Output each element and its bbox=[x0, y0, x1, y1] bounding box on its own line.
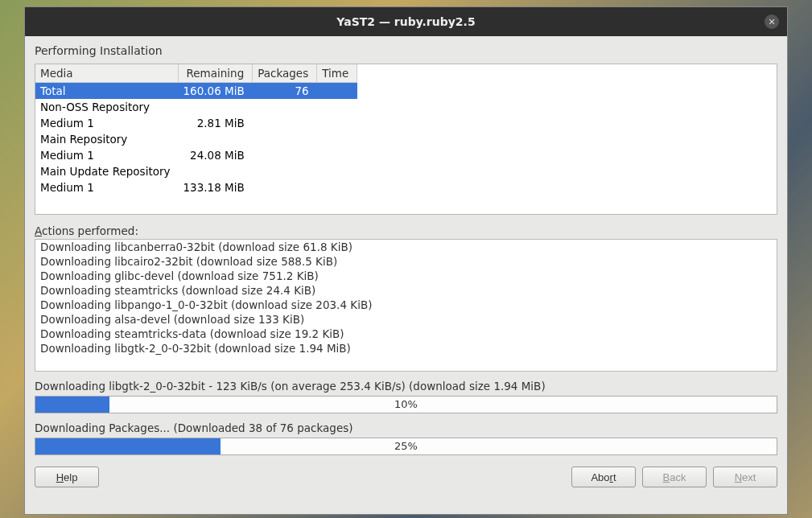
log-line: Downloading steamtricks (download size 2… bbox=[35, 283, 777, 298]
actions-log[interactable]: Downloading libcanberra0-32bit (download… bbox=[35, 239, 777, 372]
table-cell: Total bbox=[35, 83, 179, 100]
content-area: Performing Installation Media Remaining … bbox=[25, 36, 787, 514]
progress2-label: Downloading Packages... (Downloaded 38 o… bbox=[35, 421, 777, 434]
col-media[interactable]: Media bbox=[35, 64, 179, 83]
table-cell: Medium 1 bbox=[35, 115, 179, 131]
yast-window: YaST2 — ruby.ruby2.5 ✕ Performing Instal… bbox=[24, 6, 788, 515]
table-cell: Main Update Repository bbox=[35, 163, 179, 179]
abort-button[interactable]: Abort bbox=[571, 467, 636, 487]
table-row[interactable]: Medium 12.81 MiB bbox=[35, 115, 357, 131]
page-title: Performing Installation bbox=[35, 44, 777, 57]
table-row[interactable]: Medium 1133.18 MiB bbox=[35, 179, 357, 195]
table-cell: Main Repository bbox=[35, 131, 179, 147]
next-button: Next bbox=[713, 467, 777, 487]
log-line: Downloading libgtk-2_0-0-32bit (download… bbox=[35, 341, 777, 356]
progress2-text: 25% bbox=[35, 440, 777, 452]
table-row[interactable]: Main Repository bbox=[35, 131, 357, 147]
progress1-text: 10% bbox=[35, 398, 777, 410]
table-cell bbox=[253, 163, 317, 179]
table-cell bbox=[253, 99, 317, 115]
help-button[interactable]: Help bbox=[35, 467, 99, 487]
back-button: Back bbox=[642, 467, 707, 487]
progress1-bar: 10% bbox=[35, 396, 777, 413]
actions-label: Actions performed: bbox=[35, 224, 777, 237]
table-cell bbox=[317, 99, 357, 115]
table-cell bbox=[317, 163, 357, 179]
col-time[interactable]: Time bbox=[317, 64, 357, 83]
table-cell bbox=[317, 179, 357, 195]
table-cell: Medium 1 bbox=[35, 147, 179, 163]
table-cell bbox=[179, 131, 253, 147]
log-line: Downloading glibc-devel (download size 7… bbox=[35, 269, 777, 283]
log-line: Downloading libcanberra0-32bit (download… bbox=[35, 240, 777, 254]
titlebar: YaST2 — ruby.ruby2.5 ✕ bbox=[25, 7, 787, 36]
table-cell: 133.18 MiB bbox=[179, 179, 253, 195]
table-cell: Medium 1 bbox=[35, 179, 179, 195]
col-remaining[interactable]: Remaining bbox=[179, 64, 253, 83]
table-header-row: Media Remaining Packages Time bbox=[35, 64, 357, 83]
progress2-bar: 25% bbox=[35, 438, 777, 455]
table-cell: 2.81 MiB bbox=[179, 115, 253, 131]
table-cell: 76 bbox=[253, 83, 317, 100]
footer: Help Abort Back Next bbox=[35, 463, 777, 487]
log-line: Downloading libcairo2-32bit (download si… bbox=[35, 254, 777, 269]
window-title: YaST2 — ruby.ruby2.5 bbox=[336, 15, 475, 28]
table-cell bbox=[253, 179, 317, 195]
table-cell: Non-OSS Repository bbox=[35, 99, 179, 115]
table-row[interactable]: Medium 124.08 MiB bbox=[35, 147, 357, 163]
table-cell bbox=[253, 147, 317, 163]
table-row[interactable]: Total160.06 MiB76 bbox=[35, 83, 357, 100]
progress1-label: Downloading libgtk-2_0-0-32bit - 123 KiB… bbox=[35, 380, 777, 393]
table-cell: 160.06 MiB bbox=[179, 83, 253, 100]
close-icon[interactable]: ✕ bbox=[765, 14, 779, 29]
button-group: Abort Back Next bbox=[571, 467, 777, 487]
table-row[interactable]: Non-OSS Repository bbox=[35, 99, 357, 115]
log-line: Downloading steamtricks-data (download s… bbox=[35, 327, 777, 341]
table-cell bbox=[317, 115, 357, 131]
table-cell: 24.08 MiB bbox=[179, 147, 253, 163]
table-cell bbox=[317, 131, 357, 147]
table-cell bbox=[317, 147, 357, 163]
table-cell bbox=[253, 115, 317, 131]
table-cell bbox=[253, 131, 317, 147]
col-packages[interactable]: Packages bbox=[253, 64, 317, 83]
table-cell bbox=[179, 163, 253, 179]
log-line: Downloading alsa-devel (download size 13… bbox=[35, 312, 777, 327]
table-row[interactable]: Main Update Repository bbox=[35, 163, 357, 179]
table-cell bbox=[179, 99, 253, 115]
media-table[interactable]: Media Remaining Packages Time Total160.0… bbox=[35, 64, 777, 215]
log-line: Downloading libpango-1_0-0-32bit (downlo… bbox=[35, 298, 777, 312]
table-cell bbox=[317, 83, 357, 100]
